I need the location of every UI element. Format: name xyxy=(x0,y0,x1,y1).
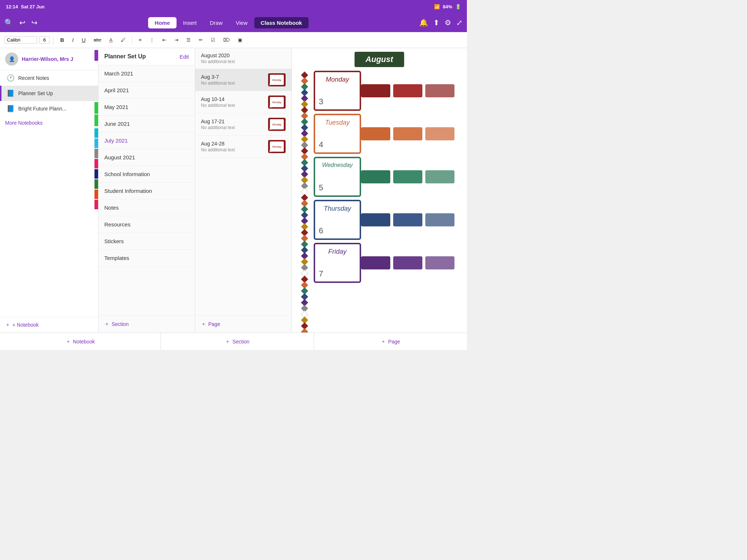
insert-space-button[interactable]: ▣ xyxy=(235,36,245,44)
tab-classnotebook[interactable]: Class Notebook xyxy=(254,17,309,28)
redo-icon[interactable]: ↪ xyxy=(31,18,38,27)
strikethrough-button[interactable]: abc xyxy=(91,36,104,44)
page-item-aug17[interactable]: Aug 17-21 No additional text Monday 17 xyxy=(195,113,291,136)
sidebar-item-bright[interactable]: 📘 Bright Future Plann... xyxy=(0,101,98,116)
page-item-aug3[interactable]: Aug 3-7 No additional text Monday 3 xyxy=(195,69,291,91)
tab-view[interactable]: View xyxy=(229,17,254,28)
section-item-june[interactable]: June 2021 xyxy=(98,116,195,132)
page-item-aug10[interactable]: Aug 10-14 No additional text Monday 10 xyxy=(195,91,291,113)
calendar-layout: Monday 3 Tuesday 4 Wednesday 5 Thursday … xyxy=(295,71,463,332)
wednesday-card: Wednesday 5 xyxy=(314,157,361,197)
section-item-templates[interactable]: Templates xyxy=(98,250,195,267)
thumb-num: 3 xyxy=(269,83,271,86)
highlight-button[interactable]: 🖊 xyxy=(118,36,128,44)
page-title: Aug 24-28 xyxy=(201,141,264,147)
add-page-section[interactable]: ＋ Page xyxy=(314,333,467,350)
page-title: Aug 10-14 xyxy=(201,96,264,102)
bright-label: Bright Future Plann... xyxy=(18,106,66,112)
sidebar-item-recent[interactable]: 🕐 Recent Notes xyxy=(0,70,98,86)
share-icon[interactable]: ⬆ xyxy=(433,18,440,27)
bar3 xyxy=(425,213,454,226)
sidebar-item-planner[interactable]: 📘 Planner Set Up xyxy=(0,86,98,101)
collapse-icon[interactable]: ⤢ xyxy=(456,18,462,27)
bar1 xyxy=(361,170,390,183)
tab-insert[interactable]: Insert xyxy=(177,17,204,28)
outdent-button[interactable]: ⇤ xyxy=(159,36,169,44)
eraser-button[interactable]: ⌦ xyxy=(220,36,233,44)
add-section-section[interactable]: ＋ Section xyxy=(161,333,314,350)
section-item-may[interactable]: May 2021 xyxy=(98,99,195,116)
bar3 xyxy=(425,170,454,183)
page-thumbnail: Monday 3 xyxy=(268,73,286,86)
style-button[interactable]: ✏ xyxy=(196,36,206,44)
toolbar: 🔍 ↩ ↪ Home Insert Draw View Class Notebo… xyxy=(0,13,467,32)
thursday-num: 6 xyxy=(319,226,323,236)
section-item-school[interactable]: School Information xyxy=(98,166,195,183)
align-button[interactable]: ☰ xyxy=(183,36,194,44)
section-item-march[interactable]: March 2021 xyxy=(98,65,195,82)
wifi-icon: 📶 xyxy=(434,4,440,9)
monday-label: Monday xyxy=(315,76,360,83)
italic-button[interactable]: I xyxy=(69,36,77,44)
settings-icon[interactable]: ⚙ xyxy=(445,18,451,27)
bullet-list-button[interactable]: ≡ xyxy=(136,36,145,44)
plus-pg: ＋ xyxy=(381,338,386,345)
tab-home[interactable]: Home xyxy=(148,17,177,28)
friday-num: 7 xyxy=(319,269,323,279)
section-item-student[interactable]: Student Information xyxy=(98,183,195,199)
bar1 xyxy=(361,84,390,97)
font-size[interactable]: 6 xyxy=(39,36,50,44)
search-icon[interactable]: 🔍 xyxy=(4,18,13,27)
checkbox-button[interactable]: ☑ xyxy=(208,36,218,44)
page-item-aug24[interactable]: Aug 24-28 No additional text Monday 24 xyxy=(195,136,291,158)
bar3 xyxy=(425,84,454,97)
add-notebook-button[interactable]: ＋ + Notebook xyxy=(0,317,98,332)
section-item-resources[interactable]: Resources xyxy=(98,216,195,233)
page-thumbnail: Monday 17 xyxy=(268,118,286,131)
section-item-stickers[interactable]: Stickers xyxy=(98,233,195,250)
sections-header: Planner Set Up Edit xyxy=(98,48,195,65)
bar1 xyxy=(361,213,390,226)
planner-label: Planner Set Up xyxy=(18,90,53,96)
section-item-april[interactable]: April 2021 xyxy=(98,82,195,99)
edit-button[interactable]: Edit xyxy=(179,54,189,60)
more-notebooks[interactable]: More Notebooks xyxy=(0,116,98,129)
page-info: August 2020 No additional text xyxy=(201,52,286,64)
section-item-notes[interactable]: Notes xyxy=(98,199,195,216)
add-section-button[interactable]: ＋ Section xyxy=(98,315,195,332)
page-sub: No additional text xyxy=(201,103,264,108)
plus-nb: ＋ xyxy=(66,338,71,345)
thursday-label: Thursday xyxy=(315,205,360,213)
section-item-august[interactable]: August 2021 xyxy=(98,149,195,166)
month-label: August xyxy=(355,52,404,67)
add-page-button[interactable]: ＋ Page xyxy=(195,315,291,332)
bold-button[interactable]: B xyxy=(57,36,67,44)
tab-draw[interactable]: Draw xyxy=(203,17,229,28)
add-notebook-section[interactable]: ＋ Notebook xyxy=(0,333,161,350)
section-item-july[interactable]: July 2021 xyxy=(98,132,195,149)
thumb-inner: Monday xyxy=(270,75,284,85)
time: 12:14 xyxy=(6,4,18,9)
monday-num: 3 xyxy=(319,97,323,106)
calendar-header: August xyxy=(295,52,463,67)
page-sub: No additional text xyxy=(201,147,264,152)
toolbar-center: Home Insert Draw View Class Notebook xyxy=(148,17,309,28)
diamond xyxy=(301,328,308,332)
sidebar-user: 👤 Harrier-Wilson, Mrs J xyxy=(0,48,98,70)
font-color-button[interactable]: A xyxy=(107,36,116,44)
bar1 xyxy=(361,127,390,140)
friday-card: Friday 7 xyxy=(314,243,361,283)
underline-button[interactable]: U xyxy=(79,36,89,44)
avatar: 👤 xyxy=(5,52,18,66)
page-item-aug2020[interactable]: August 2020 No additional text xyxy=(195,48,291,69)
page-thumbnail: Monday 10 xyxy=(268,96,286,109)
page-info: Aug 24-28 No additional text xyxy=(201,141,264,152)
indent-button[interactable]: ⇥ xyxy=(171,36,181,44)
toolbar-left: 🔍 ↩ ↪ xyxy=(4,18,38,27)
calendar-content: August xyxy=(292,48,467,332)
font-name[interactable]: Calibri xyxy=(4,36,37,44)
undo-icon[interactable]: ↩ xyxy=(19,18,26,27)
pages-list: August 2020 No additional text Aug 3-7 N… xyxy=(195,48,291,315)
numbered-list-button[interactable]: ⋮ xyxy=(147,36,157,44)
bell-icon[interactable]: 🔔 xyxy=(419,18,428,27)
